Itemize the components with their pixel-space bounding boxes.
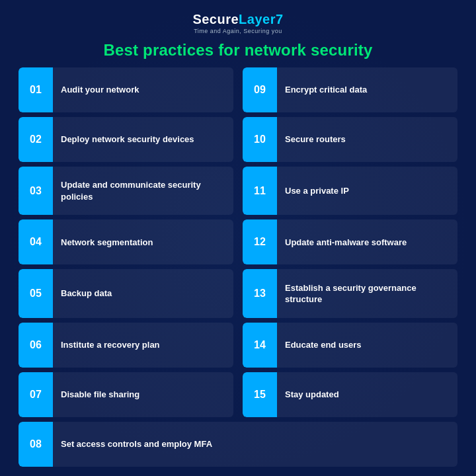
list-item: 06 Institute a recovery plan: [19, 323, 233, 368]
item-label: Deploy network security devices: [53, 128, 233, 151]
item-label: Institute a recovery plan: [53, 334, 233, 356]
item-label: Update and communicate security policies: [53, 174, 233, 208]
brand-name-part1: Secure: [192, 12, 239, 26]
list-item: 03 Update and communicate security polic…: [19, 167, 233, 215]
item-number: 10: [243, 117, 277, 162]
item-label: Backup data: [53, 282, 233, 305]
list-item: 02 Deploy network security devices: [19, 117, 233, 162]
brand-logo: SecureLayer7: [19, 12, 457, 27]
item-label: Update anti-malware software: [277, 231, 457, 254]
header: SecureLayer7 Time and Again, Securing yo…: [19, 12, 457, 34]
item-number: 08: [19, 422, 53, 467]
items-grid: 01 Audit your network 09 Encrypt critica…: [19, 67, 457, 467]
list-item: 04 Network segmentation: [19, 219, 233, 264]
item-label: Use a private IP: [277, 180, 457, 202]
list-item: 09 Encrypt critical data: [243, 67, 457, 112]
item-number: 04: [19, 219, 53, 264]
list-item: 10 Secure routers: [243, 117, 457, 162]
item-number: 12: [243, 219, 277, 264]
item-label: Network segmentation: [53, 231, 233, 254]
list-item-fullwidth: 08 Set access controls and employ MFA: [19, 422, 457, 467]
item-number: 09: [243, 67, 277, 112]
brand-name-part2: Layer7: [239, 12, 284, 26]
item-number: 02: [19, 117, 53, 162]
item-label: Set access controls and employ MFA: [53, 433, 457, 456]
list-item: 13 Establish a security governance struc…: [243, 269, 457, 317]
list-item: 01 Audit your network: [19, 67, 233, 112]
list-item: 05 Backup data: [19, 269, 233, 317]
list-item: 12 Update anti-malware software: [243, 219, 457, 264]
item-label: Encrypt critical data: [277, 79, 457, 101]
item-label: Disable file sharing: [53, 383, 233, 406]
item-number: 14: [243, 323, 277, 368]
item-number: 15: [243, 372, 277, 417]
item-number: 13: [243, 269, 277, 317]
item-label: Stay updated: [277, 383, 457, 406]
item-number: 03: [19, 167, 53, 215]
list-item: 11 Use a private IP: [243, 167, 457, 215]
item-label: Audit your network: [53, 79, 233, 101]
brand-tagline: Time and Again, Securing you: [19, 28, 457, 34]
item-number: 05: [19, 269, 53, 317]
list-item: 14 Educate end users: [243, 323, 457, 368]
item-number: 06: [19, 323, 53, 368]
item-label: Educate end users: [277, 334, 457, 356]
item-number: 11: [243, 167, 277, 215]
main-container: SecureLayer7 Time and Again, Securing yo…: [0, 0, 476, 476]
item-label: Establish a security governance structur…: [277, 277, 457, 311]
item-number: 01: [19, 67, 53, 112]
item-number: 07: [19, 372, 53, 417]
item-label: Secure routers: [277, 128, 457, 151]
list-item: 07 Disable file sharing: [19, 372, 233, 417]
list-item: 15 Stay updated: [243, 372, 457, 417]
page-title: Best practices for network security: [19, 41, 457, 60]
